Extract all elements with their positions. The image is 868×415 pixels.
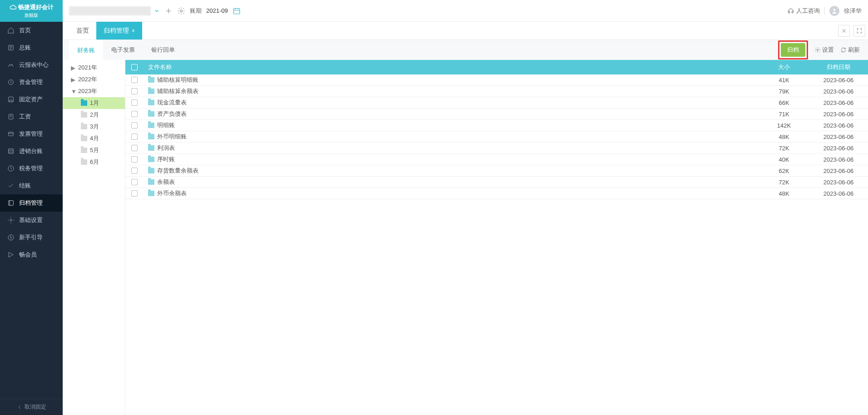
settings-label: 设置 — [822, 46, 834, 54]
table-row[interactable]: 辅助核算明细账41K2023-06-06 — [125, 74, 868, 86]
folder-icon — [148, 134, 154, 139]
row-checkbox[interactable] — [131, 156, 138, 163]
file-table: 文件名称 大小 归档日期 辅助核算明细账41K2023-06-06辅助核算余额表… — [125, 60, 868, 415]
select-all-checkbox[interactable] — [131, 64, 138, 70]
table-row[interactable]: 利润表72K2023-06-06 — [125, 143, 868, 154]
refresh-label: 刷新 — [848, 46, 860, 54]
row-checkbox[interactable] — [131, 88, 138, 94]
row-checkbox[interactable] — [131, 190, 138, 197]
nav-icon — [7, 165, 15, 172]
caret-icon: ▶ — [71, 76, 75, 83]
file-name: 现金流量表 — [157, 99, 187, 107]
subtab-finance[interactable]: 财务账 — [69, 40, 103, 60]
sidebar-item-12[interactable]: 新手引导 — [0, 229, 63, 246]
add-button[interactable] — [164, 7, 173, 15]
sidebar-item-9[interactable]: 结账 — [0, 177, 63, 194]
content: ▶2021年▶2022年▼2023年1月2月3月4月5月6月 文件名称 大小 归… — [63, 60, 868, 415]
table-row[interactable]: 序时账40K2023-06-06 — [125, 154, 868, 165]
tree-month[interactable]: 2月 — [63, 109, 125, 121]
table-row[interactable]: 资产负债表71K2023-06-06 — [125, 109, 868, 120]
sidebar-item-8[interactable]: 税务管理 — [0, 160, 63, 177]
row-checkbox[interactable] — [131, 77, 138, 83]
sidebar-item-3[interactable]: 资金管理 — [0, 74, 63, 91]
sidebar-item-6[interactable]: 发票管理 — [0, 125, 63, 143]
folder-icon — [81, 100, 87, 106]
nav-icon — [7, 130, 15, 138]
file-name: 外币余额表 — [157, 189, 187, 198]
period-value[interactable]: 2021-09 — [206, 7, 228, 14]
table-row[interactable]: 余额表72K2023-06-06 — [125, 177, 868, 188]
table-row[interactable]: 现金流量表66K2023-06-06 — [125, 97, 868, 109]
subtab-bank[interactable]: 银行回单 — [143, 40, 183, 60]
table-row[interactable]: 外币余额表48K2023-06-06 — [125, 188, 868, 199]
row-checkbox[interactable] — [131, 179, 138, 185]
file-size: 66K — [759, 99, 809, 106]
sidebar-item-1[interactable]: 总账 — [0, 39, 63, 56]
nav-icon — [7, 234, 15, 241]
nav-icon — [7, 79, 15, 86]
tree-month[interactable]: 6月 — [63, 156, 125, 168]
sidebar-item-4[interactable]: 固定资产 — [0, 91, 63, 108]
refresh-action[interactable]: 刷新 — [840, 46, 860, 54]
sidebar-item-5[interactable]: 工资 — [0, 108, 63, 125]
folder-icon — [148, 168, 154, 173]
tree-month-label: 5月 — [90, 146, 99, 154]
subtab-einvoice[interactable]: 电子发票 — [103, 40, 143, 60]
sidebar-item-label: 工资 — [19, 113, 31, 121]
file-name: 余额表 — [157, 178, 175, 186]
row-checkbox[interactable] — [131, 99, 138, 106]
table-row[interactable]: 明细账142K2023-06-06 — [125, 120, 868, 131]
nav-icon — [7, 217, 15, 224]
table-row[interactable]: 存货数量余额表62K2023-06-06 — [125, 165, 868, 177]
close-all-button[interactable] — [838, 25, 850, 37]
tab-home[interactable]: 首页 — [69, 22, 96, 40]
settings-action[interactable]: 设置 — [814, 46, 834, 54]
sidebar-item-10[interactable]: 归档管理 — [0, 194, 63, 212]
tree-year[interactable]: ▶2022年 — [63, 74, 125, 85]
gear-icon[interactable] — [177, 7, 185, 15]
table-row[interactable]: 辅助核算余额表79K2023-06-06 — [125, 86, 868, 97]
year-tree: ▶2021年▶2022年▼2023年1月2月3月4月5月6月 — [63, 60, 125, 415]
th-size[interactable]: 大小 — [759, 63, 809, 71]
tree-month-label: 3月 — [90, 123, 99, 131]
file-date: 2023-06-06 — [809, 133, 868, 140]
file-name: 外币明细账 — [157, 133, 187, 141]
avatar[interactable] — [829, 6, 839, 16]
tree-month[interactable]: 3月 — [63, 121, 125, 133]
fullscreen-button[interactable] — [853, 25, 865, 37]
th-name[interactable]: 文件名称 — [144, 63, 759, 71]
tree-month[interactable]: 1月 — [63, 97, 125, 109]
support-link[interactable]: 人工咨询 — [787, 7, 820, 15]
tree-year[interactable]: ▼2023年 — [63, 85, 125, 97]
tree-month[interactable]: 5月 — [63, 144, 125, 156]
sidebar-item-7[interactable]: 进销台账 — [0, 143, 63, 160]
svg-rect-4 — [9, 132, 14, 136]
sidebar-unpin[interactable]: 取消固定 — [0, 399, 63, 415]
table-header: 文件名称 大小 归档日期 — [125, 60, 868, 74]
row-checkbox[interactable] — [131, 133, 138, 140]
tab-archive[interactable]: 归档管理 × — [96, 22, 142, 40]
file-name: 利润表 — [157, 144, 175, 152]
archive-button[interactable]: 归档 — [781, 43, 805, 57]
row-checkbox[interactable] — [131, 168, 138, 174]
row-checkbox[interactable] — [131, 145, 138, 151]
tree-month[interactable]: 4月 — [63, 133, 125, 144]
sidebar-unpin-label: 取消固定 — [25, 403, 46, 411]
close-icon[interactable]: × — [132, 28, 135, 34]
sidebar-item-13[interactable]: 畅会员 — [0, 246, 63, 263]
file-size: 40K — [759, 156, 809, 163]
main: 账期 2021-09 人工咨询 徐泽华 首页 归档管理 × — [63, 0, 868, 415]
calendar-icon[interactable] — [233, 7, 241, 15]
sidebar-item-11[interactable]: 基础设置 — [0, 212, 63, 229]
row-checkbox[interactable] — [131, 111, 138, 117]
file-date: 2023-06-06 — [809, 168, 868, 174]
company-selector[interactable] — [69, 6, 160, 15]
username[interactable]: 徐泽华 — [844, 7, 862, 15]
th-date[interactable]: 归档日期 — [809, 63, 868, 71]
table-row[interactable]: 外币明细账48K2023-06-06 — [125, 131, 868, 143]
row-checkbox[interactable] — [131, 122, 138, 128]
file-name: 明细账 — [157, 121, 175, 129]
sidebar-item-2[interactable]: 云报表中心 — [0, 56, 63, 74]
sidebar-item-0[interactable]: 首页 — [0, 22, 63, 39]
tree-year[interactable]: ▶2021年 — [63, 62, 125, 74]
